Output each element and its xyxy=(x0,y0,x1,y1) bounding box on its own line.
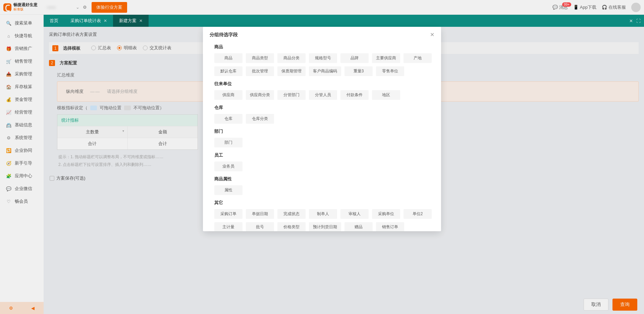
field-group-title: 部门 xyxy=(214,128,434,134)
field-chip[interactable]: 保质期管理 xyxy=(277,66,306,76)
field-group: 商品属性属性 xyxy=(214,176,434,195)
field-chip[interactable]: 默认仓库 xyxy=(214,66,243,76)
field-chip[interactable]: 审核人 xyxy=(340,209,369,219)
modal-title: 分组待选字段 xyxy=(210,32,238,38)
field-group: 部门部门 xyxy=(214,128,434,147)
field-chip[interactable]: 分管部门 xyxy=(277,90,306,100)
field-chip[interactable]: 批号 xyxy=(246,222,274,231)
field-chip[interactable]: 单据日期 xyxy=(246,209,274,219)
field-group: 员工业务员 xyxy=(214,152,434,171)
field-chip[interactable]: 商品类型 xyxy=(246,53,274,63)
field-chip[interactable]: 属性 xyxy=(214,185,243,195)
field-chip[interactable]: 赠品 xyxy=(344,222,373,231)
field-group-title: 商品 xyxy=(214,44,434,50)
field-group: 商品商品商品类型商品分类规格型号品牌主要供应商产地默认仓库批次管理保质期管理客户… xyxy=(214,44,434,76)
field-chip[interactable]: 付款条件 xyxy=(340,90,369,100)
field-chip[interactable]: 预计到货日期 xyxy=(309,222,341,231)
field-chip[interactable]: 主要供应商 xyxy=(372,53,400,63)
field-chip[interactable]: 产地 xyxy=(404,53,432,63)
field-chip[interactable]: 采购订单 xyxy=(214,209,243,219)
field-group-title: 仓库 xyxy=(214,105,434,111)
close-icon[interactable]: ✕ xyxy=(430,32,434,38)
field-chip[interactable]: 商品 xyxy=(214,53,243,63)
field-group: 仓库仓库仓库分类 xyxy=(214,105,434,124)
field-chip[interactable]: 仓库分类 xyxy=(246,114,274,124)
field-chip[interactable]: 客户商品编码 xyxy=(309,66,341,76)
field-group-title: 往来单位 xyxy=(214,81,434,87)
field-chip[interactable]: 单位2 xyxy=(404,209,432,219)
field-chip[interactable]: 部门 xyxy=(214,138,243,147)
field-chip[interactable]: 规格型号 xyxy=(309,53,337,63)
field-chip[interactable]: 重量3 xyxy=(344,66,373,76)
field-group: 其它采购订单单据日期完成状态制单人审核人采购单位单位2主计量批号价格类型预计到货… xyxy=(214,200,434,231)
field-group-title: 其它 xyxy=(214,200,434,206)
field-chip[interactable]: 零售单位 xyxy=(376,66,404,76)
modal-overlay: 分组待选字段 ✕ 商品商品商品类型商品分类规格型号品牌主要供应商产地默认仓库批次… xyxy=(0,0,644,314)
field-chip[interactable]: 批次管理 xyxy=(246,66,274,76)
field-group: 往来单位供应商供应商分类分管部门分管人员付款条件地区 xyxy=(214,81,434,100)
field-chip[interactable]: 销售订单 xyxy=(376,222,404,231)
field-chip[interactable]: 仓库 xyxy=(214,114,243,124)
field-chip[interactable]: 采购单位 xyxy=(372,209,400,219)
field-chip[interactable]: 供应商分类 xyxy=(246,90,274,100)
field-chip[interactable]: 地区 xyxy=(372,90,400,100)
field-chip[interactable]: 分管人员 xyxy=(309,90,337,100)
field-chip[interactable]: 主计量 xyxy=(214,222,243,231)
field-chip[interactable]: 商品分类 xyxy=(277,53,306,63)
field-group-title: 员工 xyxy=(214,152,434,158)
field-group-title: 商品属性 xyxy=(214,176,434,182)
field-selector-modal: 分组待选字段 ✕ 商品商品商品类型商品分类规格型号品牌主要供应商产地默认仓库批次… xyxy=(203,27,441,231)
field-chip[interactable]: 品牌 xyxy=(340,53,369,63)
field-chip[interactable]: 制单人 xyxy=(309,209,337,219)
field-chip[interactable]: 完成状态 xyxy=(277,209,306,219)
field-chip[interactable]: 业务员 xyxy=(214,162,243,171)
field-chip[interactable]: 价格类型 xyxy=(277,222,306,231)
field-chip[interactable]: 供应商 xyxy=(214,90,243,100)
